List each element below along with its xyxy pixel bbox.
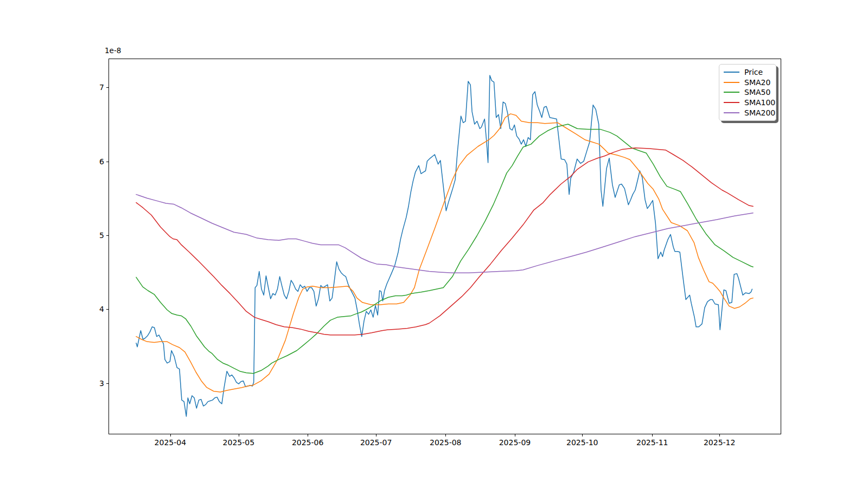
legend-entry-price: Price — [724, 67, 771, 78]
chart-canvas — [109, 59, 782, 435]
y-tick-label: 3 — [82, 380, 104, 387]
y-tick-label: 6 — [82, 158, 104, 165]
x-tick-label: 2025-09 — [493, 439, 537, 446]
x-tick-mark — [308, 434, 308, 436]
legend-entry-sma50: SMA50 — [724, 87, 771, 98]
y-tick-mark — [106, 383, 108, 384]
x-tick-label: 2025-12 — [698, 439, 741, 446]
legend-label: SMA200 — [744, 109, 775, 117]
series-line-sma50 — [136, 124, 753, 374]
legend-line-swatch — [724, 92, 739, 93]
legend-line-swatch — [724, 82, 739, 83]
x-tick-label: 2025-08 — [424, 439, 467, 446]
x-tick-label: 2025-05 — [217, 439, 260, 446]
x-tick-mark — [239, 434, 239, 436]
chart-figure: 1e-8 2025-042025-052025-062025-072025-08… — [0, 0, 868, 488]
legend-line-swatch — [724, 102, 739, 103]
x-tick-mark — [376, 434, 376, 436]
y-tick-label: 5 — [82, 232, 104, 239]
legend-line-swatch — [724, 72, 739, 73]
x-tick-mark — [515, 434, 515, 436]
x-tick-label: 2025-04 — [149, 439, 192, 446]
x-tick-mark — [652, 434, 653, 436]
legend-entry-sma100: SMA100 — [724, 98, 771, 108]
legend-label: SMA20 — [744, 79, 770, 86]
x-tick-mark — [582, 434, 583, 436]
x-tick-mark — [719, 434, 720, 436]
x-tick-mark — [170, 434, 171, 436]
y-tick-label: 7 — [82, 84, 104, 91]
y-tick-mark — [106, 235, 108, 236]
legend: PriceSMA20SMA50SMA100SMA200 — [719, 64, 776, 121]
y-tick-label: 4 — [82, 305, 104, 313]
y-tick-mark — [106, 309, 108, 310]
y-tick-mark — [106, 87, 108, 88]
y-axis-offset-label: 1e-8 — [105, 47, 121, 54]
x-tick-label: 2025-11 — [630, 439, 674, 446]
series-line-sma200 — [136, 195, 753, 273]
plot-area — [108, 59, 781, 434]
legend-entry-sma20: SMA20 — [724, 78, 771, 88]
y-tick-mark — [106, 162, 108, 162]
legend-label: SMA50 — [744, 88, 770, 96]
x-tick-label: 2025-10 — [560, 439, 604, 446]
legend-line-swatch — [724, 112, 739, 113]
x-tick-label: 2025-06 — [286, 439, 329, 446]
legend-entry-sma200: SMA200 — [724, 107, 771, 118]
x-tick-label: 2025-07 — [354, 439, 398, 446]
legend-label: Price — [744, 68, 763, 76]
legend-label: SMA100 — [744, 99, 775, 106]
x-tick-mark — [445, 434, 446, 436]
series-line-sma100 — [136, 148, 753, 335]
